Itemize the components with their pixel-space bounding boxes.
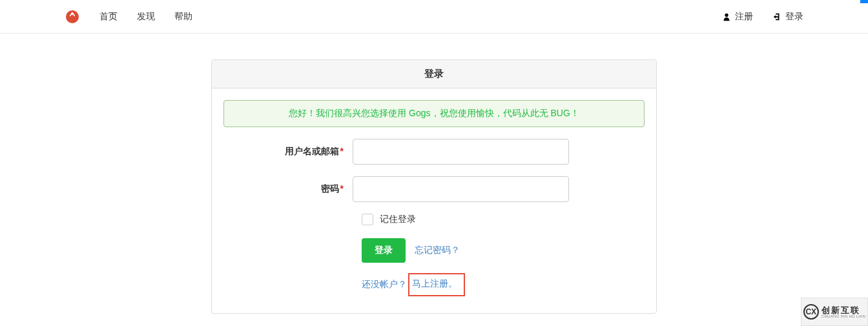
login-panel: 登录 您好！我们很高兴您选择使用 Gogs，祝您使用愉快，代码从此无 BUG！ … — [211, 59, 657, 314]
password-row: 密码* — [223, 176, 645, 202]
remember-row: 记住登录 — [362, 214, 645, 225]
required-mark: * — [340, 146, 344, 156]
username-row: 用户名或邮箱* — [223, 139, 645, 165]
nav-register[interactable]: 注册 — [722, 11, 753, 23]
sign-in-icon — [772, 12, 781, 21]
register-row: 还没帐户？ 马上注册。 — [362, 273, 645, 296]
panel-title: 登录 — [212, 60, 656, 88]
nav-login[interactable]: 登录 — [772, 11, 803, 23]
nav-login-label: 登录 — [785, 11, 803, 23]
nav-home[interactable]: 首页 — [99, 11, 118, 23]
watermark-badge-icon: CX — [803, 304, 819, 314]
register-now-annotation: 马上注册。 — [408, 273, 465, 296]
login-button[interactable]: 登录 — [362, 238, 406, 263]
welcome-alert: 您好！我们很高兴您选择使用 Gogs，祝您使用愉快，代码从此无 BUG！ — [223, 100, 645, 127]
no-account-text: 还没帐户？ — [362, 279, 407, 290]
forgot-password-link[interactable]: 忘记密码？ — [415, 245, 460, 256]
navbar: 首页 发现 帮助 注册 登录 — [0, 0, 868, 34]
main: 登录 您好！我们很高兴您选择使用 Gogs，祝您使用愉快，代码从此无 BUG！ … — [0, 34, 868, 314]
username-label-text: 用户名或邮箱 — [285, 146, 339, 156]
gogs-logo-icon[interactable] — [65, 9, 80, 25]
remember-checkbox[interactable] — [362, 214, 373, 225]
user-icon — [722, 12, 731, 21]
nav-help[interactable]: 帮助 — [174, 11, 192, 23]
username-label: 用户名或邮箱* — [223, 146, 353, 158]
scroll-indicator — [860, 0, 868, 3]
nav-register-label: 注册 — [735, 11, 753, 23]
username-input[interactable] — [353, 139, 569, 165]
required-mark: * — [340, 183, 344, 194]
password-label-text: 密码 — [321, 183, 339, 194]
nav-right: 注册 登录 — [722, 11, 803, 23]
watermark-text: 创新互联 CHUANG XIN HU LIAN — [822, 306, 865, 314]
password-label: 密码* — [223, 183, 353, 195]
action-row: 登录 忘记密码？ — [362, 238, 645, 263]
nav-explore[interactable]: 发现 — [137, 11, 155, 23]
watermark: CX 创新互联 CHUANG XIN HU LIAN — [801, 298, 868, 314]
panel-body: 您好！我们很高兴您选择使用 Gogs，祝您使用愉快，代码从此无 BUG！ 用户名… — [212, 88, 656, 313]
password-input[interactable] — [353, 176, 569, 202]
nav-left: 首页 发现 帮助 — [65, 9, 192, 25]
remember-label: 记住登录 — [380, 214, 416, 225]
register-now-link[interactable]: 马上注册。 — [412, 278, 457, 289]
watermark-cn: 创新互联 — [822, 306, 865, 314]
